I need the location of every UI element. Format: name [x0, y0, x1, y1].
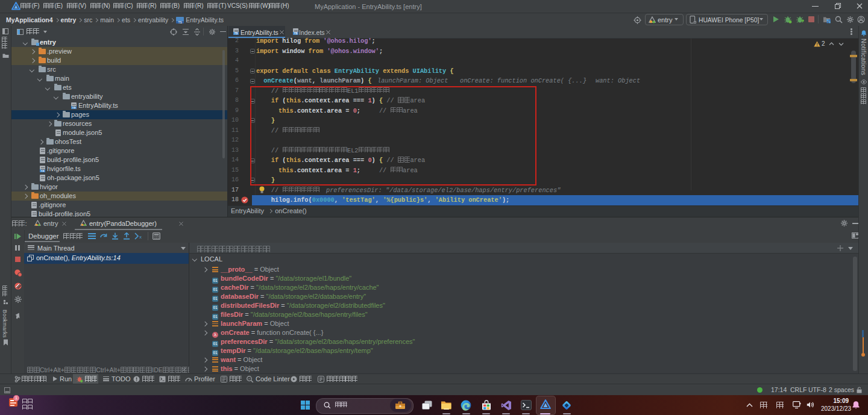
svg-text:x: x: [139, 234, 142, 240]
